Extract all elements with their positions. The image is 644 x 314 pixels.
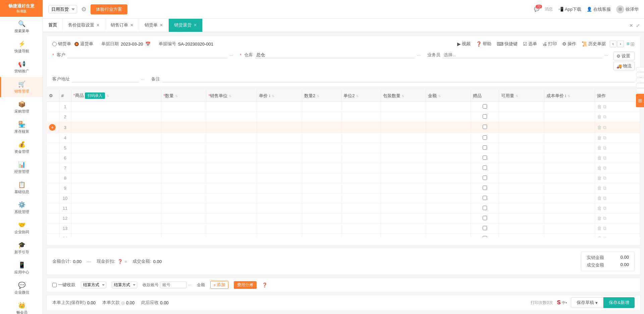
row-amount[interactable] [426, 102, 471, 112]
account-more-icon[interactable]: ··· [188, 282, 192, 287]
gift-checkbox[interactable] [483, 135, 487, 140]
row-pkg-qty[interactable] [381, 122, 426, 133]
radio-return[interactable]: 退货单 [74, 41, 93, 47]
row-amount[interactable] [426, 143, 471, 153]
row-qty[interactable] [161, 122, 206, 133]
row-product[interactable] [71, 193, 161, 203]
right-orange-btn[interactable]: ⊞ [636, 94, 644, 107]
row-copy-icon[interactable]: ⧉ [603, 226, 606, 231]
row-gift-cell[interactable] [471, 153, 499, 163]
row-delete-icon[interactable]: 🗑 [597, 185, 602, 191]
toolbar-operate[interactable]: ⚙ 操作 [561, 40, 578, 48]
topbar-gear-icon[interactable]: ⚙ [81, 6, 87, 13]
cost-info-icon[interactable]: ℹ [565, 94, 566, 98]
warehouse-input[interactable] [255, 52, 415, 58]
row-product[interactable] [71, 234, 161, 238]
row-pkg-qty[interactable] [381, 133, 426, 143]
gift-checkbox[interactable] [483, 236, 487, 238]
row-qty[interactable] [161, 163, 206, 173]
row-cost[interactable] [544, 173, 595, 183]
addr-more-icon[interactable]: ··· [141, 77, 145, 82]
row-gift-cell[interactable] [471, 112, 499, 122]
row-avail[interactable] [499, 163, 544, 173]
right-fav-btn[interactable]: 收藏 [636, 83, 644, 88]
row-unit2[interactable] [341, 143, 381, 153]
row-copy-icon[interactable]: ⧉ [603, 215, 606, 221]
messages-btn[interactable]: 💬 70 [534, 7, 539, 12]
row-unit2[interactable] [341, 183, 381, 193]
sidebar-item-search[interactable]: 🔍 搜索菜单 [0, 17, 43, 37]
tab-sale-order-close[interactable]: ✕ [130, 23, 133, 27]
row-cost[interactable] [544, 112, 595, 122]
row-qty2[interactable] [302, 183, 341, 193]
row-amount[interactable] [426, 203, 471, 213]
maximize-icon[interactable]: ⤢ [636, 23, 640, 28]
user-menu[interactable]: 徐 徐泽华 [616, 5, 639, 13]
row-qty2[interactable] [302, 133, 341, 143]
nav-next[interactable]: › [617, 41, 624, 47]
nav-prev[interactable]: ‹ [610, 41, 616, 47]
row-pkg-qty[interactable] [381, 183, 426, 193]
row-unit[interactable] [206, 133, 257, 143]
row-qty2[interactable] [302, 163, 341, 173]
customer-more-icon[interactable]: ··· [229, 53, 233, 58]
row-unit2[interactable] [341, 102, 381, 112]
row-product[interactable] [71, 173, 161, 183]
row-cost[interactable] [544, 122, 595, 133]
logistics-btn[interactable]: 🚚 物流 [613, 62, 635, 70]
row-amount[interactable] [426, 153, 471, 163]
row-avail[interactable] [499, 102, 544, 112]
view-grid-icon[interactable]: ⊞ [630, 41, 635, 47]
row-delete-icon[interactable]: 🗑 [597, 195, 602, 201]
row-avail[interactable] [499, 153, 544, 163]
gift-checkbox[interactable] [483, 186, 487, 190]
settings-btn[interactable]: ⚙ 设置 [613, 52, 635, 60]
row-amount[interactable] [426, 133, 471, 143]
pkg-sort-icon[interactable]: ⇅ [401, 94, 404, 98]
avail-sort-icon[interactable]: ⇅ [516, 94, 518, 98]
row-product[interactable] [71, 224, 161, 234]
row-amount[interactable] [426, 193, 471, 203]
tab-home[interactable]: 首页 [43, 19, 63, 32]
row-cost[interactable] [544, 143, 595, 153]
tab-sale-return-close[interactable]: ✕ [194, 23, 197, 27]
row-qty2[interactable] [302, 102, 341, 112]
row-cost[interactable] [544, 102, 595, 112]
row-unit[interactable] [206, 224, 257, 234]
row-unit[interactable] [206, 173, 257, 183]
cost-split-btn[interactable]: 费用分摊 [234, 281, 257, 289]
row-product[interactable] [71, 112, 161, 122]
sidebar-item-vip[interactable]: 👑 畅会员 [0, 298, 43, 314]
row-amount[interactable] [426, 112, 471, 122]
row-cost[interactable] [544, 213, 595, 224]
gift-checkbox[interactable] [483, 196, 487, 200]
row-pkg-qty[interactable] [381, 193, 426, 203]
row-unit2[interactable] [341, 193, 381, 203]
row-amount[interactable] [426, 224, 471, 234]
gear-icon[interactable]: ⚙ [49, 93, 53, 98]
row-unit2[interactable] [341, 173, 381, 183]
row-unit[interactable] [206, 213, 257, 224]
row-price[interactable] [257, 173, 302, 183]
row-avail[interactable] [499, 193, 544, 203]
one-click-check[interactable]: 一键收款 [52, 282, 75, 288]
row-product[interactable] [71, 203, 161, 213]
row-qty[interactable] [161, 102, 206, 112]
customer-input[interactable] [67, 52, 227, 58]
row-qty[interactable] [161, 193, 206, 203]
qty2-sort-icon[interactable]: ⇅ [317, 94, 319, 98]
row-copy-icon[interactable]: ⧉ [603, 195, 606, 201]
gift-checkbox[interactable] [483, 176, 487, 180]
row-unit2[interactable] [341, 133, 381, 143]
row-product[interactable] [71, 153, 161, 163]
row-copy-icon[interactable]: ⧉ [603, 135, 606, 141]
settle-method-select[interactable]: 结算方式 [81, 281, 106, 288]
warehouse-more-icon[interactable]: ··· [417, 53, 421, 58]
row-price[interactable] [257, 183, 302, 193]
unit-sort-icon[interactable]: ⇅ [229, 94, 231, 98]
row-qty[interactable] [161, 133, 206, 143]
row-pkg-qty[interactable] [381, 213, 426, 224]
row-avail[interactable] [499, 224, 544, 234]
tab-sale-price-close[interactable]: ✕ [96, 23, 100, 27]
row-unit[interactable] [206, 234, 257, 238]
